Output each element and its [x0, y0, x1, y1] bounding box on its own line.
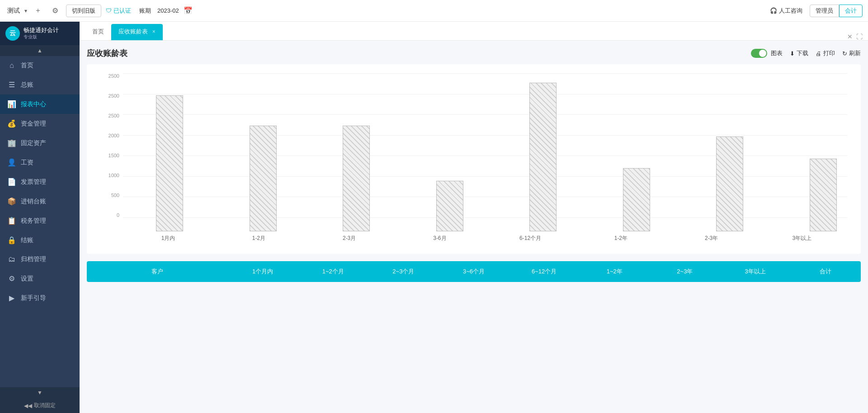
home-icon: ⌂ [7, 61, 16, 70]
y-label: 1000 [108, 173, 119, 178]
switch-old-button[interactable]: 切到旧版 [66, 5, 101, 17]
bar-3plusyear [810, 159, 837, 231]
bar-6-12month [529, 83, 557, 231]
top-header: 测试 ▾ ＋ ⚙ 切到旧版 🛡 已认证 账期 2023-02 📅 🎧 人工咨询 … [0, 0, 868, 22]
header-title: 测试 [7, 7, 20, 15]
tabs-bar: 首页 应收账龄表 × ✕ ⛶ [80, 22, 868, 41]
y-label: 1500 [108, 153, 119, 158]
sidebar-item-archive[interactable]: 🗂 归档管理 [0, 250, 80, 269]
sidebar-item-label: 新手引导 [21, 294, 46, 302]
chart-toggle[interactable]: 图表 [751, 49, 783, 58]
sidebar-scroll-down[interactable]: ▼ [0, 387, 80, 398]
ledger-icon: ☰ [7, 80, 16, 89]
sidebar-item-reports[interactable]: 📊 报表中心 [0, 94, 80, 114]
report-title: 应收账龄表 [87, 48, 127, 59]
download-button[interactable]: ⬇ 下载 [790, 49, 808, 57]
tab-expand-button[interactable]: ⛶ [856, 33, 863, 40]
y-label: 2500 [108, 73, 119, 79]
chart-container: 2500 2500 2500 2000 1500 1000 500 0 [87, 64, 861, 254]
sidebar-item-label: 固定资产 [21, 139, 46, 147]
reports-icon: 📊 [7, 100, 16, 108]
logo-text: 畅捷通好会计 [24, 27, 59, 34]
x-label-6-12month: 6-12个月 [485, 235, 576, 242]
x-label-1month: 1月内 [123, 235, 213, 242]
table-header: 客户 1个月内 1~2个月 2~3个月 3~6个月 6~12个月 1~2年 2~… [87, 261, 861, 282]
logo-text-block: 畅捷通好会计 专业版 [24, 27, 59, 41]
chart-plot-area: 2500 2500 2500 2000 1500 1000 500 0 [100, 73, 847, 231]
manager-button[interactable]: 管理员 [810, 5, 839, 17]
consult-button[interactable]: 🎧 人工咨询 [770, 7, 802, 15]
bar-chart: 2500 2500 2500 2000 1500 1000 500 0 [100, 73, 847, 245]
tab-home[interactable]: 首页 [85, 24, 111, 40]
table-header-6-12month: 6~12个月 [509, 261, 580, 282]
table-header-2-3month: 2~3个月 [368, 261, 439, 282]
guide-icon: ▶ [7, 294, 16, 302]
table-header-3-6month: 3~6个月 [439, 261, 509, 282]
wages-icon: 👤 [7, 158, 16, 167]
sidebar-item-funds[interactable]: 💰 资金管理 [0, 114, 80, 133]
sidebar-item-label: 报表中心 [21, 100, 46, 108]
settings-icon: ⚙ [7, 274, 16, 283]
print-button[interactable]: 🖨 打印 [816, 49, 835, 57]
bar-group-2-3year [683, 73, 777, 231]
toggle-thumb [759, 50, 766, 57]
y-label: 500 [111, 192, 119, 198]
tab-close-window-button[interactable]: ✕ [847, 33, 853, 40]
sidebar-item-assets[interactable]: 🏢 固定资产 [0, 133, 80, 153]
sidebar-item-settings[interactable]: ⚙ 设置 [0, 269, 80, 288]
sidebar-item-label: 总账 [21, 81, 33, 89]
calendar-icon[interactable]: 📅 [184, 6, 193, 15]
toggle-track[interactable] [751, 49, 767, 58]
y-label: 0 [117, 212, 119, 218]
funds-icon: 💰 [7, 119, 16, 128]
table-header-1-2year: 1~2年 [579, 261, 650, 282]
y-axis: 2500 2500 2500 2000 1500 1000 500 0 [100, 73, 123, 218]
report-header: 应收账龄表 图表 ⬇ 下载 🖨 打印 [87, 48, 861, 59]
refresh-icon: ↻ [842, 50, 847, 57]
sidebar-item-closing[interactable]: 🔒 结账 [0, 230, 80, 250]
sidebar-item-ledger[interactable]: ☰ 总账 [0, 75, 80, 94]
x-label-3plusyear: 3年以上 [757, 235, 847, 242]
sidebar-item-label: 工资 [21, 159, 33, 167]
sidebar-item-inventory[interactable]: 📦 进销台账 [0, 192, 80, 211]
bar-group-1-2month [217, 73, 310, 231]
x-label-1-2year: 1-2年 [576, 235, 666, 242]
bar-group-2-3month [310, 73, 403, 231]
accountant-button[interactable]: 会计 [839, 5, 863, 17]
header-right-section: 🎧 人工咨询 管理员 会计 [770, 5, 863, 17]
sidebar-item-label: 进销台账 [21, 197, 46, 206]
table-header-2-3year: 2~3年 [650, 261, 720, 282]
table-header-customer: 客户 [87, 261, 227, 282]
sidebar-scroll-up[interactable]: ▲ [0, 45, 80, 56]
sidebar-pin-button[interactable]: ◀◀ 取消固定 [0, 398, 80, 413]
assets-icon: 🏢 [7, 139, 16, 147]
bar-1month [156, 95, 183, 231]
report-actions: 图表 ⬇ 下载 🖨 打印 ↻ 刷新 [751, 49, 861, 58]
header-verified-status: 🛡 已认证 [106, 7, 131, 15]
table-header-1-2month: 1~2个月 [298, 261, 368, 282]
sidebar-logo[interactable]: 云 畅捷通好会计 专业版 [0, 22, 80, 45]
y-label: 2000 [108, 133, 119, 138]
header-dropdown-icon[interactable]: ▾ [24, 8, 27, 14]
sidebar-item-home[interactable]: ⌂ 首页 [0, 56, 80, 75]
bar-3-6month [436, 181, 463, 231]
bar-2-3year [716, 136, 743, 231]
headset-icon: 🎧 [770, 7, 777, 14]
pin-icon: ◀◀ [24, 403, 32, 409]
bar-1-2year [623, 168, 650, 231]
logo-sub: 专业版 [24, 34, 59, 40]
bar-group-3-6month [403, 73, 497, 231]
x-label-2-3year: 2-3年 [666, 235, 757, 242]
header-gear-button[interactable]: ⚙ [49, 5, 61, 17]
header-add-button[interactable]: ＋ [32, 5, 44, 17]
tab-receivable-aging[interactable]: 应收账龄表 × [111, 24, 163, 40]
refresh-button[interactable]: ↻ 刷新 [842, 49, 861, 57]
tab-close-button[interactable]: × [152, 28, 156, 35]
sidebar-item-guide[interactable]: ▶ 新手引导 [0, 288, 80, 308]
sidebar-item-label: 资金管理 [21, 120, 46, 128]
main-layout: 云 畅捷通好会计 专业版 ▲ ⌂ 首页 ☰ 总账 📊 报表中心 💰 资金管理 🏢… [0, 22, 868, 413]
tabs-right-buttons: ✕ ⛶ [847, 33, 863, 40]
sidebar-item-invoice[interactable]: 📄 发票管理 [0, 172, 80, 192]
sidebar-item-tax[interactable]: 📋 税务管理 [0, 211, 80, 230]
sidebar-item-wages[interactable]: 👤 工资 [0, 153, 80, 172]
